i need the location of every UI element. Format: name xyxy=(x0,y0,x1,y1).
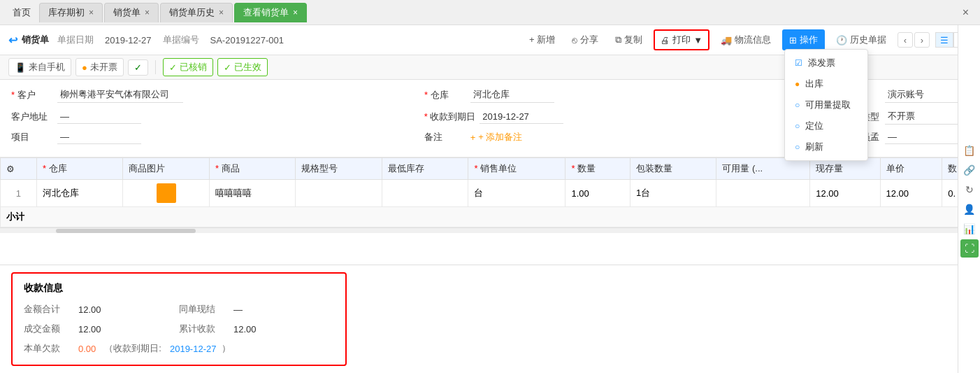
tab-inventory[interactable]: 库存期初 × xyxy=(39,3,103,22)
note-field: 备注 + + 添加备注 xyxy=(424,131,837,143)
grid-icon: ⊞ xyxy=(789,35,797,45)
dropdown-item-available-qty[interactable]: ○ 可用量提取 xyxy=(785,94,867,115)
navigation-arrows: ‹ › xyxy=(898,32,930,48)
bottom-section: 收款信息 金额合计 12.00 同单现结 — 成交金额 12.00 累计收款 1… xyxy=(0,265,980,373)
doc-actions: + 新增 ⎋ 分享 ⧉ 复制 🖨 打印 ▼ 🚚 物流信息 ⊞ 操作 xyxy=(524,29,972,50)
payment-info-panel: 收款信息 金额合计 12.00 同单现结 — 成交金额 12.00 累计收款 1… xyxy=(11,272,347,366)
this-order-label: 本单欠款 xyxy=(24,342,73,355)
row-available xyxy=(716,180,810,207)
date-label: 单据日期 xyxy=(57,34,94,46)
check-button[interactable]: ✓ xyxy=(128,59,148,76)
col-gear: ⚙ xyxy=(1,158,37,180)
dropdown-item-outbound[interactable]: ● 出库 xyxy=(785,73,867,94)
operations-button[interactable]: ⊞ 操作 xyxy=(782,29,825,50)
already-voided-button[interactable]: ✓ 已核销 xyxy=(163,58,213,76)
tab-sales[interactable]: 销货单 × xyxy=(104,3,159,22)
payment-date-field: 收款到期日 2019-12-27 xyxy=(424,110,837,124)
address-label: 客户地址 xyxy=(11,111,53,123)
doc-type-icon: ↩ xyxy=(8,34,17,47)
subtotal-row: 小计 xyxy=(1,207,980,227)
tab-view-sales[interactable]: 查看销货单 × xyxy=(234,3,307,22)
sidebar-icon-5[interactable]: 📊 xyxy=(960,220,979,238)
col-stock: 现存量 xyxy=(810,158,880,180)
tab-close-inventory[interactable]: × xyxy=(89,8,94,17)
window-close-button[interactable]: × xyxy=(957,6,974,19)
copy-button[interactable]: ⧉ 复制 xyxy=(610,31,648,49)
due-note: （收款到期日: xyxy=(104,342,161,355)
transaction-amount-value: 12.00 xyxy=(78,324,101,335)
row-unit: 台 xyxy=(468,180,565,207)
dropdown-item-refresh[interactable]: ○ 刷新 xyxy=(785,136,867,157)
row-product-img xyxy=(123,180,210,207)
payment-grid: 金额合计 12.00 同单现结 — 成交金额 12.00 累计收款 12.00 … xyxy=(24,302,334,356)
sidebar-icon-2[interactable]: 🔗 xyxy=(960,161,979,179)
table-container: ⚙ 仓库 商品图片 商品 规格型号 最低库存 销售单位 数量 包装数量 可用量 … xyxy=(0,157,980,265)
radio-selected-icon: ● xyxy=(795,79,800,89)
toolbar-divider xyxy=(155,60,156,74)
row-spec xyxy=(296,180,382,207)
date-value: 2019-12-27 xyxy=(105,35,152,45)
print-dropdown-arrow: ▼ xyxy=(693,35,702,45)
customer-label: 客户 xyxy=(11,89,53,101)
col-available: 可用量 (... xyxy=(716,158,810,180)
operations-dropdown: ☑ 添发票 ● 出库 ○ 可用量提取 ○ 定位 ○ 刷新 xyxy=(784,49,868,161)
row-product: 嘻嘻嘻嘻 xyxy=(209,180,296,207)
sidebar-icon-expand[interactable]: ⛶ xyxy=(960,239,979,258)
from-phone-button[interactable]: 📱 来自手机 xyxy=(8,58,71,76)
tab-close-history[interactable]: × xyxy=(219,8,224,17)
already-effective-button[interactable]: ✓ 已生效 xyxy=(217,58,268,76)
next-arrow[interactable]: › xyxy=(914,32,930,48)
project-field: 项目 — xyxy=(11,130,424,144)
doc-title-area: ↩ 销货单 xyxy=(8,34,49,47)
due-date-value: 2019-12-27 xyxy=(170,344,217,354)
total-amount-label: 金额合计 xyxy=(24,303,73,316)
ticket-value: 不开票 xyxy=(885,108,969,125)
transaction-amount-row: 成交金额 12.00 xyxy=(24,321,179,337)
col-pack-qty: 包装数量 xyxy=(630,158,716,180)
employee-value: 演示账号 xyxy=(885,87,969,103)
print-icon: 🖨 xyxy=(661,35,670,45)
print-button[interactable]: 🖨 打印 ▼ xyxy=(654,29,709,50)
share-icon: ⎋ xyxy=(572,35,577,45)
payment-date-label: 收款到期日 xyxy=(424,111,476,123)
sidebar-icon-4[interactable]: 👤 xyxy=(960,200,979,218)
sidebar-icon-1[interactable]: 📋 xyxy=(960,141,979,160)
radio-unselected-icon-1: ○ xyxy=(795,100,800,110)
dropdown-item-locate[interactable]: ○ 定位 xyxy=(785,115,867,136)
prev-arrow[interactable]: ‹ xyxy=(898,32,913,48)
not-opened-button[interactable]: ● 未开票 xyxy=(75,58,124,76)
col-product-img: 商品图片 xyxy=(123,158,210,180)
list-view-button[interactable]: ☰ xyxy=(935,32,953,48)
share-button[interactable]: ⎋ 分享 xyxy=(566,31,604,49)
table-header-row: ⚙ 仓库 商品图片 商品 规格型号 最低库存 销售单位 数量 包装数量 可用量 … xyxy=(1,158,980,180)
due-note-close: ） xyxy=(222,342,231,355)
logistics-button[interactable]: 🚚 物流信息 xyxy=(715,31,777,49)
subtotal-label: 小计 xyxy=(1,207,980,227)
col-product: 商品 xyxy=(209,158,296,180)
add-note-button[interactable]: + + 添加备注 xyxy=(470,131,523,143)
col-min-stock: 最低库存 xyxy=(382,158,468,180)
dropdown-item-add-invoice[interactable]: ☑ 添发票 xyxy=(785,52,867,73)
payment-info-title: 收款信息 xyxy=(24,282,334,295)
col-qty: 数量 xyxy=(565,158,630,180)
radio-unselected-icon-2: ○ xyxy=(795,121,800,131)
row-min-stock xyxy=(382,180,468,207)
history-button[interactable]: 🕐 历史单据 xyxy=(830,31,892,49)
tab-close-view-sales[interactable]: × xyxy=(293,8,298,17)
new-button[interactable]: + 新增 xyxy=(524,31,561,49)
same-order-label: 同单现结 xyxy=(179,303,228,316)
sidebar-icon-3[interactable]: ↻ xyxy=(960,181,979,199)
salesman-value: — xyxy=(885,130,969,144)
right-sidebar: 📋 🔗 ↻ 👤 📊 ⛶ xyxy=(958,25,980,373)
tab-sales-history[interactable]: 销货单历史 × xyxy=(160,3,233,22)
col-spec: 规格型号 xyxy=(296,158,382,180)
total-amount-value: 12.00 xyxy=(78,304,101,315)
tab-close-sales[interactable]: × xyxy=(145,8,150,17)
phone-icon: 📱 xyxy=(15,62,26,73)
tab-home[interactable]: 首页 xyxy=(6,6,38,19)
table-row: 1 河北仓库 嘻嘻嘻嘻 台 1.00 1台 12.00 12.00 0. xyxy=(1,180,980,207)
payment-date-value: 2019-12-27 xyxy=(480,110,563,124)
cumulative-label: 累计收款 xyxy=(179,323,228,335)
warehouse-value: 河北仓库 xyxy=(470,87,554,103)
project-value: — xyxy=(57,130,141,144)
